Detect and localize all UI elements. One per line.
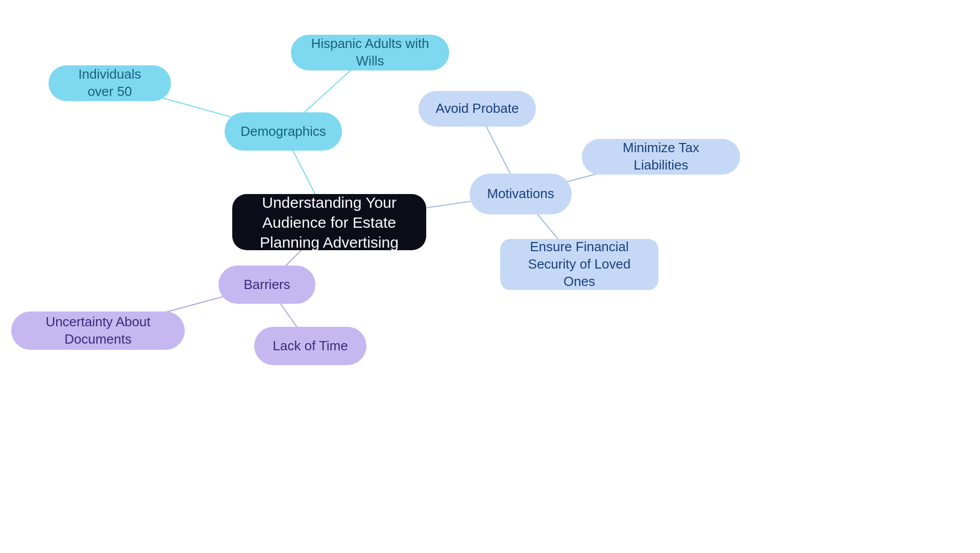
avoid-probate-node: Avoid Probate: [419, 91, 536, 127]
ensure-label: Ensure Financial Security of Loved Ones: [517, 238, 642, 290]
motivations-label: Motivations: [487, 185, 554, 203]
barriers-node: Barriers: [218, 266, 315, 304]
minimize-label: Minimize Tax Liabilities: [598, 139, 724, 174]
uncertainty-label: Uncertainty About Documents: [28, 314, 168, 348]
minimize-tax-node: Minimize Tax Liabilities: [582, 139, 740, 175]
individuals-node: Individuals over 50: [48, 65, 171, 101]
motivations-node: Motivations: [470, 174, 572, 214]
barriers-label: Barriers: [243, 276, 290, 294]
hispanic-node: Hispanic Adults with Wills: [291, 35, 449, 70]
avoid-label: Avoid Probate: [436, 100, 519, 117]
demographics-label: Demographics: [240, 123, 326, 140]
hispanic-label: Hispanic Adults with Wills: [307, 35, 433, 70]
center-node: Understanding Your Audience for Estate P…: [232, 194, 426, 250]
lack-of-time-node: Lack of Time: [254, 327, 366, 365]
demographics-node: Demographics: [225, 112, 342, 151]
center-label: Understanding Your Audience for Estate P…: [249, 193, 410, 252]
individuals-label: Individuals over 50: [65, 66, 155, 101]
ensure-security-node: Ensure Financial Security of Loved Ones: [500, 239, 658, 290]
uncertainty-node: Uncertainty About Documents: [11, 311, 185, 350]
lack-label: Lack of Time: [273, 338, 348, 355]
